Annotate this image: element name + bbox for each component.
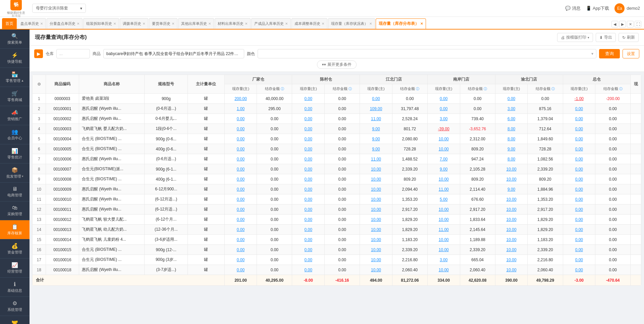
tab-material-out[interactable]: 材料出库单历史 ✕ xyxy=(215,18,251,29)
tab-prev-btn[interactable]: ◀ xyxy=(611,21,618,28)
row-code: 00100006 xyxy=(46,154,79,164)
gear-icon[interactable]: ⚙ xyxy=(37,82,41,87)
row-spec: 0-6月婴儿... xyxy=(145,114,188,124)
sidebar-item-ops[interactable]: 📈 经营管理 xyxy=(0,259,30,278)
warehouse-input[interactable]: ... xyxy=(56,49,90,58)
tab-close-icon10[interactable]: ✕ xyxy=(369,22,372,26)
filter-expand-btn[interactable]: ▶ xyxy=(34,49,43,58)
sidebar-item-stats[interactable]: 📊 零售统计 xyxy=(0,144,30,164)
app-download-btn[interactable]: 📱 App下载 xyxy=(586,5,609,11)
search-btn[interactable]: 查询 xyxy=(599,49,620,58)
product-value: babycare孕妇待产包 春季入院全套母子组合孕妇产后冬季月子用品 22件套 … xyxy=(106,51,241,57)
row-cm-s: 0.00 xyxy=(292,174,325,184)
export-btn[interactable]: ⬇ 导出 xyxy=(596,33,616,42)
footer-yb-s: 390.00 xyxy=(495,275,528,286)
page-actions: 🖨 按模版打印 ▾ ⬇ 导出 ↻ 刷新 xyxy=(557,33,639,42)
sidebar-label-search: 搜索英单 xyxy=(1,40,28,45)
row-cm-a: 0.00 xyxy=(325,94,360,104)
row-fac-s: 0.00 xyxy=(224,174,257,184)
row-jb-a: 809.20 xyxy=(392,174,427,184)
row-unit: 罐 xyxy=(188,265,225,275)
row-unit: 罐 xyxy=(188,174,225,184)
sidebar-item-purchase[interactable]: 🛍 采购管理 xyxy=(0,201,30,220)
tab-combo[interactable]: 组装拆卸单历史 ✕ xyxy=(83,18,119,29)
sidebar-item-marketing[interactable]: 📣 营销推广 xyxy=(0,106,30,125)
table-row: 11 00100010 惠氏启醒 (Wyeth illu... (6-12月适.… xyxy=(33,194,641,204)
sidebar-item-member[interactable]: 👥 会员中心 xyxy=(0,125,30,144)
tab-purchase-order[interactable]: 要货单历史 ✕ xyxy=(149,18,177,29)
row-spec: (3-7岁适...) xyxy=(145,265,188,275)
print-btn[interactable]: 🖨 按模版打印 ▾ xyxy=(557,33,593,42)
refresh-label: 刷新 xyxy=(627,35,635,40)
tab-stock-status-label: 现存量（库存状况表） xyxy=(331,21,368,26)
sidebar-item-enterprise[interactable]: 🤝 企业协同 xyxy=(0,316,30,324)
enterprise-icon: 🤝 xyxy=(1,319,28,324)
row-yb-s: 10.00 xyxy=(495,265,528,275)
tab-close-icon3[interactable]: ✕ xyxy=(113,22,116,26)
tab-inventory-check[interactable]: 盘点单历史 ✕ xyxy=(17,18,46,29)
tab-sub-inventory[interactable]: 分量盘点单历史 ✕ xyxy=(47,18,83,29)
industry-selector[interactable]: 母婴行业演示陈套 ▾ xyxy=(32,4,86,13)
th-fac-stock: 现存量(主) xyxy=(224,84,257,94)
color-select[interactable]: ▾ xyxy=(258,49,596,58)
tab-close-icon4[interactable]: ✕ xyxy=(143,22,145,26)
refresh-btn[interactable]: ↻ 刷新 xyxy=(619,33,639,42)
tab-close-icon9[interactable]: ✕ xyxy=(322,22,324,26)
row-yb-s: 10.00 xyxy=(495,174,528,184)
sidebar-item-retail-shop[interactable]: 🛒 零售商城 xyxy=(0,87,30,106)
tab-close-icon2[interactable]: ✕ xyxy=(77,22,79,26)
row-seq: 1 xyxy=(33,94,46,104)
row-tot-a: 0.00 xyxy=(595,174,631,184)
tab-stock-dist[interactable]: 现存量（库存分布表） ✕ xyxy=(376,18,426,29)
row-yb-a: 1,353.20 xyxy=(528,194,563,204)
row-na-a: 2,145.64 xyxy=(460,225,495,235)
tab-other-out[interactable]: 其他出库单历史 ✕ xyxy=(178,18,214,29)
sidebar-item-base[interactable]: ℹ 基础信息 xyxy=(0,278,30,297)
tab-close-icon11[interactable]: ✕ xyxy=(420,22,423,26)
user-menu[interactable]: Ea demo2 xyxy=(614,3,640,13)
row-jb-a: 1,183.20 xyxy=(392,235,427,245)
product-input[interactable]: babycare孕妇待产包 春季入院全套母子组合孕妇产后冬季月子用品 22件套 … xyxy=(103,49,244,58)
row-na-a: 739.40 xyxy=(460,114,495,124)
row-jb-s: 10.00 xyxy=(360,225,392,235)
sidebar-item-finance[interactable]: 💰 资金管理 xyxy=(0,239,30,259)
th-na-amount: 结存金额 ⓘ xyxy=(460,84,495,94)
row-tot-s: 0.00 xyxy=(563,194,595,204)
sidebar-item-quicknav[interactable]: ⚡ 快捷导航 xyxy=(0,49,30,68)
sidebar-item-wholesale[interactable]: 📦 批发管理 ▾ xyxy=(0,164,30,183)
setting-btn[interactable]: 设置 xyxy=(623,49,639,58)
tab-product-in[interactable]: 产成品入库单历史 ✕ xyxy=(251,18,291,29)
sidebar-item-retail[interactable]: 🏪 零售管理 ▲ xyxy=(0,68,30,87)
tab-close-icon8[interactable]: ✕ xyxy=(285,22,288,26)
message-btn[interactable]: 💬 消息 xyxy=(565,5,581,11)
row-yb-a: 1,379.04 xyxy=(528,114,563,124)
tab-cost-adjust[interactable]: 成本调整单历史 ✕ xyxy=(291,18,327,29)
sidebar-item-search[interactable]: 🔍 搜索英单 xyxy=(0,30,30,49)
row-na-s: 10.00 xyxy=(428,144,460,154)
refresh-icon: ↻ xyxy=(622,35,626,40)
tab-stock-status[interactable]: 现存量（库存状况表） ✕ xyxy=(328,18,375,29)
tab-home[interactable]: 首页 xyxy=(2,18,17,29)
tab-close-all-btn[interactable]: ✕ xyxy=(627,21,634,28)
tab-close-icon7[interactable]: ✕ xyxy=(245,22,248,26)
row-na-a: 0.00 xyxy=(460,94,495,104)
sidebar-item-inventory[interactable]: 📋 库存核算 xyxy=(0,220,30,239)
tab-expand-btn[interactable]: ⛶ xyxy=(635,21,641,28)
sidebar-item-ecom[interactable]: 🖥 电商管理 xyxy=(0,183,30,201)
row-seq: 6 xyxy=(33,144,46,154)
row-yb-a: 0.00 xyxy=(528,94,563,104)
tab-close-icon6[interactable]: ✕ xyxy=(208,22,211,26)
row-cm-s: 0.00 xyxy=(292,144,325,154)
expand-conditions-btn[interactable]: ▾▾ 展开更多条件 xyxy=(317,60,357,69)
row-jb-a: 2,216.80 xyxy=(392,255,427,265)
purchase-icon: 🛍 xyxy=(1,205,28,211)
row-fac-s: 0.00 xyxy=(224,225,257,235)
row-fac-a: 40,000.00 xyxy=(257,94,292,104)
row-jb-s: 0.00 xyxy=(360,94,392,104)
sidebar-item-system[interactable]: ⚙ 系统管理 xyxy=(0,297,30,316)
table-row: 3 00100002 惠氏启醒 (Wyeth illu... 0-6月婴儿...… xyxy=(33,114,641,124)
tab-close-icon5[interactable]: ✕ xyxy=(172,22,174,26)
tab-transfer[interactable]: 调拨单历史 ✕ xyxy=(120,18,148,29)
tab-close-icon[interactable]: ✕ xyxy=(40,22,43,26)
tab-next-btn[interactable]: ▶ xyxy=(619,21,626,28)
